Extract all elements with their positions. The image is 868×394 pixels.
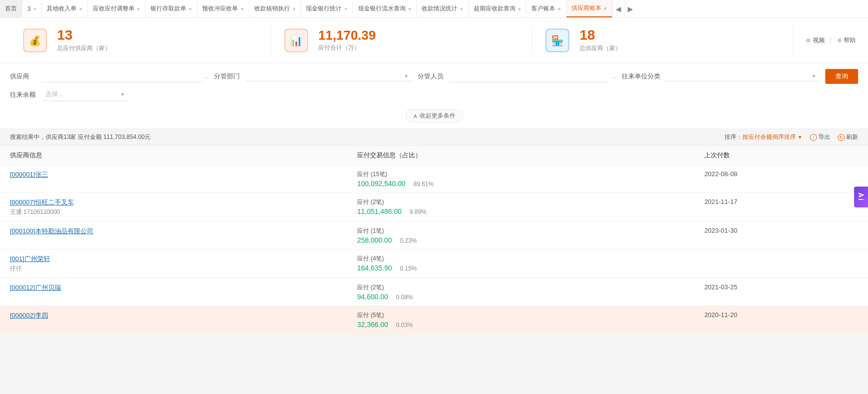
total-payable-value: 11,170.39 [318, 29, 376, 42]
payable-label: 应付 (15笔) [357, 170, 684, 179]
payable-info-cell: 应付 (1笔)258,000.000.23% [347, 222, 694, 250]
summary-card-payable-suppliers: 💰 13 总应付供应商（家） [10, 25, 271, 55]
help-link[interactable]: ⊙ 帮助 [837, 36, 856, 45]
supplier-link[interactable]: [000001]张三 [10, 171, 48, 178]
th-supplier-info: 供应商信息 [0, 146, 347, 165]
nav-tab-customer-ledger[interactable]: 客户账本 × [526, 0, 566, 17]
last-pay-cell: 2020-11-20 [694, 306, 868, 334]
sort-control[interactable]: 排序： 按应付余额倒序排序 ▼ [724, 133, 802, 141]
summary-card-total-payable: 📊 11,170.39 应付合计（万） [271, 25, 532, 55]
refresh-icon: ↻ [838, 134, 845, 141]
nav-tab-prepay[interactable]: 预收冲应收单 × [197, 0, 249, 17]
nav-tab-cash-stat[interactable]: 现金银行统计 × [301, 0, 353, 17]
payable-info-cell: 应付 (4笔)164,635.900.15% [347, 250, 694, 278]
close-icon[interactable]: × [33, 6, 36, 12]
nav-tab-home[interactable]: 首页 [0, 0, 22, 17]
table-container: 供应商信息 应付交易信息（占比） 上次付数 [000001]张三应付 (15笔)… [0, 146, 868, 334]
payable-percent: 0.03% [396, 322, 413, 328]
nav-tab-collect-exec[interactable]: 收款核销执行 × [249, 0, 301, 17]
summary-bar: 💰 13 总应付供应商（家） 📊 11,170.39 应付合计（万） 🏪 [0, 18, 868, 63]
th-payable-info: 应付交易信息（占比） [347, 146, 694, 165]
close-icon[interactable]: × [518, 6, 521, 12]
th-last-pay: 上次付数 [694, 146, 868, 165]
svg-text:💰: 💰 [29, 34, 42, 46]
payable-info-cell: 应付 (2笔)94,600.000.08% [347, 278, 694, 306]
payable-label: 应付 (2笔) [357, 198, 684, 206]
payable-percent: 0.23% [400, 237, 417, 244]
supplier-ellipsis: ... [204, 73, 209, 80]
nav-tab-other-income[interactable]: 其他收入单 × [42, 0, 87, 17]
dept-select[interactable]: ▼ [245, 71, 413, 81]
supplier-info-cell: [001]广州荣轩仔仔 [0, 250, 347, 278]
payable-label: 应付 (5笔) [357, 311, 684, 320]
close-icon[interactable]: × [292, 6, 295, 12]
filter-category: 往来单位分类 ▼ [622, 71, 821, 81]
summary-card-total-suppliers: 🏪 18 总供应商（家） [532, 25, 794, 55]
supplier-table: 供应商信息 应付交易信息（占比） 上次付数 [000001]张三应付 (15笔)… [0, 146, 868, 334]
nav-tab-bank[interactable]: 银行存取款单 × [145, 0, 197, 17]
supplier-link[interactable]: [000012]广州贝瑞 [10, 284, 61, 291]
refresh-button[interactable]: ↻ 刷新 [838, 133, 858, 141]
supplier-info-cell: [000012]广州贝瑞 [0, 278, 347, 306]
close-icon[interactable]: × [344, 6, 347, 12]
close-icon[interactable]: × [558, 6, 561, 12]
close-icon[interactable]: × [460, 6, 463, 12]
supplier-link[interactable]: [000007]恒旺二手叉车 [10, 198, 74, 206]
nav-tab-overdue[interactable]: 超期应收款查询 × [469, 0, 526, 17]
supplier-link[interactable]: [000100]本特勤油品有限公司 [10, 227, 93, 235]
payable-value[interactable]: 32,366.00 [357, 321, 388, 328]
export-label: 导出 [818, 133, 830, 141]
video-link[interactable]: ⊙ 视频 [806, 36, 824, 45]
supplier-link[interactable]: [000002]李四 [10, 312, 48, 319]
filter-balance: 往来余额 选择... ▼ [10, 88, 129, 101]
balance-select[interactable]: 选择... ▼ [41, 88, 129, 101]
collapse-button[interactable]: ∧ 收起更多条件 [405, 109, 463, 123]
filter-dept: 分管部门 ▼ [214, 71, 413, 81]
nav-tab-supplier-ledger[interactable]: 供应商账本 × [567, 0, 612, 17]
payable-value[interactable]: 258,000.00 [357, 236, 392, 244]
supplier-sub-info: 仔仔 [10, 264, 337, 273]
payable-value[interactable]: 94,600.00 [357, 293, 388, 301]
dept-label: 分管部门 [214, 72, 241, 81]
payable-percent: 0.08% [396, 294, 413, 301]
last-pay-cell: 2021-03-25 [694, 278, 868, 306]
close-icon[interactable]: × [604, 5, 607, 11]
search-button[interactable]: 查询 [825, 69, 858, 84]
supplier-info-cell: [000007]恒旺二手叉车王通 17106110000 [0, 193, 347, 222]
person-input[interactable] [449, 70, 609, 82]
payable-value[interactable]: 164,635.90 [357, 264, 392, 272]
total-payable-info: 11,170.39 应付合计（万） [318, 29, 376, 52]
total-payable-label: 应付合计（万） [318, 44, 376, 52]
close-icon[interactable]: × [137, 6, 140, 12]
payable-value[interactable]: 11,051,486.00 [357, 207, 402, 215]
last-pay-cell: 2023-01-30 [694, 222, 868, 250]
supplier-link[interactable]: [001]广州荣轩 [10, 255, 50, 263]
nav-tab-cash-flow[interactable]: 现金银行流水查询 × [353, 0, 417, 17]
last-pay-cell: 2021-11-17 [694, 193, 868, 222]
separator: | [830, 37, 832, 44]
dept-chevron-down-icon: ▼ [404, 73, 409, 79]
nav-tab-collect-stat[interactable]: 收款情况统计 × [417, 0, 468, 17]
close-icon[interactable]: × [79, 6, 82, 12]
payable-info-cell: 应付 (5笔)32,366.000.03% [347, 306, 694, 334]
ai-button[interactable]: Ai [854, 187, 868, 207]
close-icon[interactable]: × [408, 6, 411, 12]
nav-tab-3[interactable]: 3 × [22, 0, 42, 17]
total-payable-icon: 📊 [281, 25, 311, 55]
category-select[interactable]: ▼ [664, 71, 821, 81]
nav-tab-adjustment[interactable]: 应收应付调整单 × [88, 0, 145, 17]
close-icon[interactable]: × [189, 6, 192, 12]
table-row: [000100]本特勤油品有限公司应付 (1笔)258,000.000.23%2… [0, 222, 868, 250]
nav-prev-arrow[interactable]: ◀ [612, 0, 624, 18]
supplier-info-cell: [000002]李四 [0, 306, 347, 334]
close-icon[interactable]: × [240, 6, 243, 12]
nav-next-arrow[interactable]: ▶ [624, 0, 636, 18]
export-button[interactable]: ↑ 导出 [810, 133, 830, 141]
payable-percent: 0.15% [400, 265, 417, 272]
balance-label: 往来余额 [10, 90, 37, 99]
supplier-input[interactable] [41, 70, 202, 82]
payable-value[interactable]: 100,092,540.00 [357, 180, 405, 188]
export-icon: ↑ [810, 134, 817, 141]
svg-text:📊: 📊 [290, 34, 303, 46]
sort-label: 排序： [724, 133, 742, 141]
